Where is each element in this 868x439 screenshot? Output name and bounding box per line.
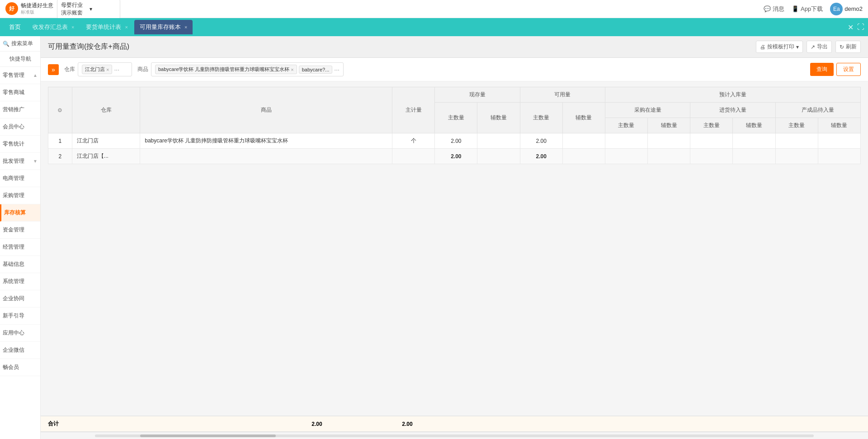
user-area[interactable]: Ea demo2 <box>830 3 863 15</box>
sidebar-item-finance-mgmt[interactable]: 资金管理 <box>0 222 40 239</box>
sidebar-item-ecommerce-mgmt[interactable]: 电商管理 <box>0 170 40 187</box>
tab-maximize[interactable]: ⛶ <box>857 23 864 31</box>
expand-icon: ▲ <box>33 73 38 78</box>
row1-warehouse: 江北门店 <box>72 133 140 149</box>
row2-ip-aux <box>733 149 775 164</box>
tab-home-label: 首页 <box>9 23 21 31</box>
row1-fp-aux <box>818 133 860 149</box>
row1-stock-aux <box>477 133 520 149</box>
setting-button[interactable]: 设置 <box>836 63 861 76</box>
row2-avail-aux <box>562 149 605 164</box>
scrollbar-track[interactable] <box>95 434 814 437</box>
sidebar-item-app-center[interactable]: 应用中心 <box>0 325 40 342</box>
row2-warehouse: 江北门店【... <box>72 149 140 164</box>
row1-avail-main: 2.00 <box>520 133 562 149</box>
sidebar-item-marketing-label: 营销推广 <box>3 106 24 113</box>
row2-pt-aux <box>648 149 690 164</box>
tab-bar: 首页 收发存汇总表 × 要货单统计表 × 可用量库存账本 × ✕ ⛶ <box>0 18 868 36</box>
th-ip-main: 主数量 <box>690 118 733 133</box>
message-icon: 💬 <box>764 5 771 12</box>
row2-fp-aux <box>818 149 860 164</box>
filter-expand-button[interactable]: » <box>48 64 59 75</box>
quick-nav-label: 快捷导航 <box>9 55 31 63</box>
warehouse-tag-close[interactable]: × <box>106 67 109 72</box>
print-button[interactable]: 🖨 按模板打印 ▾ <box>756 41 803 53</box>
goods-filter-group: 商品 babycare学饮杯 儿童防摔防撞吸管杯重力球吸嘴杯宝宝水杯 × bab… <box>137 62 344 76</box>
app-download-label: App下载 <box>801 5 823 13</box>
table-container: ⚙ 仓库 商品 主计量 现存量 可用量 预计入库量 主数量 辅数量 主数量 辅数… <box>41 81 868 415</box>
sidebar-item-member-center[interactable]: 会员中心 <box>0 118 40 136</box>
top-bar: 好 畅捷通好生意 标准版 母婴行业演示账套 ▾ 💬 消息 📱 App下载 Ea … <box>0 0 868 18</box>
page-actions: 🖨 按模板打印 ▾ ↗ 导出 ↻ 刷新 <box>756 41 861 53</box>
th-purchase-transit: 采购在途量 <box>605 103 690 118</box>
scrollbar-thumb[interactable] <box>140 434 276 437</box>
table-row: 1 江北门店 babycare学饮杯 儿童防摔防撞吸管杯重力球吸嘴杯宝宝水杯 个… <box>48 133 861 149</box>
tab-close-all[interactable]: ✕ <box>848 23 854 32</box>
filter-actions: 查询 设置 <box>810 63 861 76</box>
refresh-button[interactable]: ↻ 刷新 <box>835 41 861 53</box>
sidebar-item-system-mgmt[interactable]: 系统管理 <box>0 273 40 290</box>
row2-unit <box>392 149 435 164</box>
warehouse-tag: 江北门店 × <box>82 65 112 74</box>
filter-more-icon[interactable]: ··· <box>114 66 119 73</box>
goods-tag1-close[interactable]: × <box>291 67 293 72</box>
table-row: 2 江北门店【... 2.00 2.00 <box>48 149 861 164</box>
goods-filter-more-icon[interactable]: ··· <box>334 66 340 73</box>
warehouse-filter-input[interactable]: 江北门店 × ··· <box>78 62 132 76</box>
th-settings[interactable]: ⚙ <box>48 87 72 133</box>
sidebar-quick-nav[interactable]: 快捷导航 <box>0 52 40 67</box>
collapse-icon: ▼ <box>33 159 38 164</box>
logo-text-block: 畅捷通好生意 标准版 <box>21 2 53 15</box>
th-avail-aux: 辅数量 <box>562 103 605 133</box>
row1-ip-main <box>690 133 733 149</box>
sidebar-item-vip-member[interactable]: 畅会员 <box>0 359 40 376</box>
sidebar-item-purchase-mgmt[interactable]: 采购管理 <box>0 187 40 204</box>
sidebar-item-marketing[interactable]: 营销推广 <box>0 101 40 118</box>
th-current-stock: 现存量 <box>435 87 520 103</box>
total-avail-main: 2.00 <box>382 421 432 427</box>
tab-available-stock-label: 可用量库存账本 <box>140 23 181 31</box>
tab-receipts[interactable]: 收发存汇总表 × <box>27 20 80 34</box>
app-download-button[interactable]: 📱 App下载 <box>792 5 823 13</box>
th-stock-main: 主数量 <box>435 103 477 133</box>
workspace-selector[interactable]: 母婴行业演示账套 ▾ <box>57 0 120 19</box>
sidebar-item-wholesale-mgmt[interactable]: 批发管理 ▼ <box>0 153 40 170</box>
goods-filter-input[interactable]: babycare学饮杯 儿童防摔防撞吸管杯重力球吸嘴杯宝宝水杯 × babyca… <box>151 62 344 76</box>
message-button[interactable]: 💬 消息 <box>764 5 784 13</box>
th-warehouse: 仓库 <box>72 87 140 133</box>
sidebar: 🔍 搜索菜单 快捷导航 零售管理 ▲ 零售商城 营销推广 会员中心 零售统计 批… <box>0 36 41 439</box>
th-main-unit: 主计量 <box>392 87 435 133</box>
row2-fp-main <box>775 149 818 164</box>
export-button[interactable]: ↗ 导出 <box>807 41 832 53</box>
sidebar-item-basic-info[interactable]: 基础信息 <box>0 256 40 273</box>
tab-receipts-close[interactable]: × <box>71 24 74 30</box>
th-inbound-pending: 进货待入量 <box>690 103 775 118</box>
tab-available-stock[interactable]: 可用量库存账本 × <box>134 20 193 34</box>
sidebar-item-retail-stats[interactable]: 零售统计 <box>0 136 40 153</box>
sidebar-item-retail-mall[interactable]: 零售商城 <box>0 84 40 101</box>
settings-icon[interactable]: ⚙ <box>57 107 62 113</box>
main-layout: 🔍 搜索菜单 快捷导航 零售管理 ▲ 零售商城 营销推广 会员中心 零售统计 批… <box>0 36 868 439</box>
total-label: 合计 <box>48 420 292 428</box>
query-button[interactable]: 查询 <box>810 63 834 76</box>
sidebar-item-enterprise-wechat[interactable]: 企业微信 <box>0 342 40 359</box>
row1-unit: 个 <box>392 133 435 149</box>
chevron-down-icon: ▾ <box>796 44 799 50</box>
app-name: 畅捷通好生意 <box>21 2 53 9</box>
sidebar-item-finance-mgmt-label: 资金管理 <box>3 226 24 234</box>
sidebar-item-operations-mgmt[interactable]: 经营管理 <box>0 239 40 256</box>
sidebar-item-inventory[interactable]: 库存核算 <box>0 204 40 222</box>
sidebar-item-enterprise-collab[interactable]: 企业协同 <box>0 290 40 307</box>
sidebar-item-new-guide[interactable]: 新手引导 <box>0 307 40 325</box>
logo-icon: 好 <box>5 2 18 15</box>
phone-icon: 📱 <box>792 5 799 12</box>
sidebar-item-retail-mgmt[interactable]: 零售管理 ▲ <box>0 67 40 84</box>
data-table: ⚙ 仓库 商品 主计量 现存量 可用量 预计入库量 主数量 辅数量 主数量 辅数… <box>48 87 861 164</box>
tab-available-stock-close[interactable]: × <box>184 24 187 30</box>
sidebar-search[interactable]: 🔍 搜索菜单 <box>0 36 40 52</box>
tab-order-stats-close[interactable]: × <box>125 24 127 30</box>
tab-order-stats[interactable]: 要货单统计表 × <box>80 20 133 34</box>
sidebar-item-vip-member-label: 畅会员 <box>3 363 19 371</box>
tab-home[interactable]: 首页 <box>4 20 26 34</box>
tab-receipts-label: 收发存汇总表 <box>33 23 68 31</box>
